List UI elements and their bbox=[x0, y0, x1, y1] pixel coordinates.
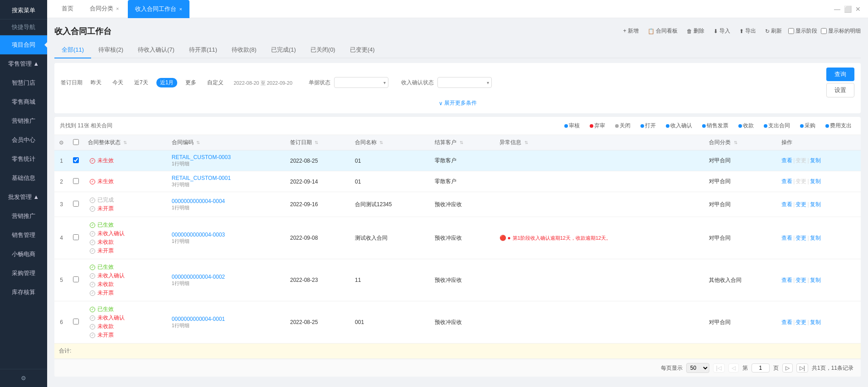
new-button[interactable]: + 新增 bbox=[621, 25, 641, 37]
sidebar-item-member[interactable]: 会员中心 bbox=[0, 131, 47, 150]
tab-income-contract[interactable]: 收入合同工作台× bbox=[128, 0, 189, 18]
row-checkbox[interactable] bbox=[68, 217, 83, 259]
sidebar-search[interactable]: 搜索菜单 bbox=[0, 0, 47, 19]
sidebar-item-smart-store[interactable]: 智慧门店 bbox=[0, 73, 47, 92]
action-btn-expenditure[interactable]: 支出合同 bbox=[760, 121, 794, 131]
last-page-btn[interactable]: ▷| bbox=[796, 363, 808, 372]
op-btn-复制[interactable]: 复制 bbox=[810, 201, 821, 208]
status-tab-all[interactable]: 全部(11) bbox=[54, 42, 91, 58]
op-btn-复制[interactable]: 复制 bbox=[810, 235, 821, 241]
refresh-button[interactable]: ↻ 刷新 bbox=[762, 25, 785, 37]
page-number-input[interactable] bbox=[752, 363, 770, 372]
status-tab-pending-invoice[interactable]: 待开票(11) bbox=[182, 42, 224, 58]
table-row[interactable]: 1✓未生效RETAIL_CUSTOM-00031行明细2022-08-2501零… bbox=[54, 150, 861, 171]
sidebar-item-inventory[interactable]: 库存核算 bbox=[0, 283, 47, 302]
sidebar-item-sales-mgmt[interactable]: 销售管理 bbox=[0, 226, 47, 245]
op-btn-变更[interactable]: 变更 bbox=[795, 319, 806, 325]
contract-board-button[interactable]: 📋 合同看板 bbox=[645, 25, 680, 37]
sidebar-item-xiaochang[interactable]: 小畅电商 bbox=[0, 245, 47, 264]
row-checkbox[interactable] bbox=[68, 171, 83, 192]
action-btn-income-confirm[interactable]: 收入确认 bbox=[662, 121, 696, 131]
doc-status-select[interactable] bbox=[334, 77, 388, 88]
tab-contract-cat[interactable]: 合同分类× bbox=[82, 0, 126, 18]
status-tab-changed[interactable]: 已变更(4) bbox=[343, 42, 382, 58]
table-row[interactable]: 3✓已完成✓未开票0000000000004-00041行明细2022-09-1… bbox=[54, 192, 861, 217]
income-confirm-select[interactable] bbox=[437, 77, 492, 88]
sidebar-item-retail-mgmt[interactable]: 零售管理 ▲ bbox=[0, 54, 47, 73]
first-page-btn[interactable]: |◁ bbox=[713, 363, 725, 372]
custom-btn[interactable]: 自定义 bbox=[204, 78, 226, 87]
op-btn-查看[interactable]: 查看 bbox=[781, 319, 792, 325]
table-row[interactable]: 2✓未生效RETAIL_CUSTOM-00013行明细2022-09-1401零… bbox=[54, 171, 861, 192]
op-btn-变更[interactable]: 变更 bbox=[795, 201, 806, 208]
sidebar-item-project[interactable]: 项目合同 bbox=[0, 35, 47, 54]
show-segment-checkbox[interactable]: 显示阶段 bbox=[788, 27, 817, 35]
last1month-btn[interactable]: 近1月 bbox=[156, 78, 178, 87]
action-btn-sales-invoice[interactable]: 销售发票 bbox=[698, 121, 732, 131]
sidebar-item-retail-mall[interactable]: 零售商城 bbox=[0, 92, 47, 111]
sidebar-item-sales-marketing[interactable]: 营销推广 bbox=[0, 207, 47, 226]
row-checkbox[interactable] bbox=[68, 192, 83, 217]
contract-code-link[interactable]: 0000000000004-0001 bbox=[172, 316, 225, 322]
next-page-btn[interactable]: ▷ bbox=[782, 363, 793, 372]
sidebar-item-base-info[interactable]: 基础信息 bbox=[0, 169, 47, 188]
today-btn[interactable]: 今天 bbox=[110, 78, 126, 87]
op-btn-查看[interactable]: 查看 bbox=[781, 178, 792, 184]
maximize-btn[interactable]: ⬜ bbox=[844, 5, 852, 13]
sidebar-item-retail-stats[interactable]: 零售统计 bbox=[0, 150, 47, 169]
op-btn-复制[interactable]: 复制 bbox=[810, 319, 821, 325]
contract-code-link[interactable]: 0000000000004-0002 bbox=[172, 274, 225, 280]
action-btn-expense[interactable]: 费用支出 bbox=[822, 121, 855, 131]
op-btn-变更[interactable]: 变更 bbox=[795, 277, 806, 283]
export-button[interactable]: ⬆ 导出 bbox=[737, 25, 759, 37]
sidebar-item-purchase[interactable]: 采购管理 bbox=[0, 264, 47, 283]
op-btn-查看[interactable]: 查看 bbox=[781, 201, 792, 208]
contract-code-link[interactable]: RETAIL_CUSTOM-0001 bbox=[172, 175, 231, 181]
select-all-checkbox[interactable] bbox=[73, 139, 79, 145]
op-btn-复制[interactable]: 复制 bbox=[810, 157, 821, 164]
action-btn-review[interactable]: 审核 bbox=[561, 121, 583, 131]
row-checkbox[interactable] bbox=[68, 150, 83, 171]
status-tab-pending-receipt[interactable]: 待收款(8) bbox=[224, 42, 264, 58]
op-btn-复制[interactable]: 复制 bbox=[810, 277, 821, 283]
contract-code-link[interactable]: 0000000000004-0003 bbox=[172, 232, 225, 238]
expand-conditions-btn[interactable]: ∨ 展开更多条件 bbox=[61, 97, 854, 109]
sidebar-settings[interactable]: ⚙ bbox=[0, 369, 47, 387]
page-size-select[interactable]: 102050100 bbox=[686, 363, 709, 373]
row-checkbox[interactable] bbox=[68, 301, 83, 343]
action-btn-abandon[interactable]: 弃审 bbox=[586, 121, 609, 131]
op-btn-变更[interactable]: 变更 bbox=[795, 235, 806, 241]
prev-page-btn[interactable]: ◁ bbox=[728, 363, 739, 372]
action-btn-receipt[interactable]: 收款 bbox=[735, 121, 757, 131]
op-btn-查看[interactable]: 查看 bbox=[781, 277, 792, 283]
status-tab-pending-confirm[interactable]: 待收入确认(7) bbox=[131, 42, 182, 58]
query-button[interactable]: 查询 bbox=[826, 68, 854, 81]
status-tab-closed[interactable]: 已关闭(0) bbox=[303, 42, 343, 58]
op-btn-查看[interactable]: 查看 bbox=[781, 235, 792, 241]
import-button[interactable]: ⬇ 导入 bbox=[711, 25, 733, 37]
op-btn-复制[interactable]: 复制 bbox=[810, 178, 821, 184]
delete-button[interactable]: 🗑 删除 bbox=[684, 25, 707, 37]
tab-home[interactable]: 首页 bbox=[54, 0, 81, 18]
table-row[interactable]: 6✓已生效✓未收入确认✓未收款✓未开票0000000000004-00011行明… bbox=[54, 301, 861, 343]
sidebar-item-marketing[interactable]: 营销推广 bbox=[0, 111, 47, 131]
more-btn[interactable]: 更多 bbox=[183, 78, 199, 87]
row-checkbox[interactable] bbox=[68, 259, 83, 301]
table-row[interactable]: 5✓已生效✓未收入确认✓未收款✓未开票0000000000004-00021行明… bbox=[54, 259, 861, 301]
op-btn-查看[interactable]: 查看 bbox=[781, 157, 792, 164]
table-row[interactable]: 4✓已生效✓未收入确认✓未收款✓未开票0000000000004-00031行明… bbox=[54, 217, 861, 259]
yesterday-btn[interactable]: 昨天 bbox=[88, 78, 104, 87]
action-btn-purchase[interactable]: 采购 bbox=[796, 121, 819, 131]
status-tab-completed[interactable]: 已完成(1) bbox=[264, 42, 303, 58]
status-tab-pending-review[interactable]: 待审核(2) bbox=[91, 42, 131, 58]
minimize-btn[interactable]: — bbox=[834, 5, 840, 13]
show-detail-checkbox[interactable]: 显示标的明细 bbox=[821, 27, 861, 35]
last7-btn[interactable]: 近7天 bbox=[131, 78, 151, 87]
sidebar-item-wholesale-mgmt[interactable]: 批发管理 ▲ bbox=[0, 188, 47, 207]
action-btn-open[interactable]: 打开 bbox=[637, 121, 659, 131]
contract-code-link[interactable]: 0000000000004-0004 bbox=[172, 198, 225, 204]
close-btn[interactable]: ✕ bbox=[855, 5, 861, 13]
table-scroll[interactable]: ⚙ 合同整体状态 ⇅ 合同编码 ⇅ 签订日期 ⇅ 合同名称 ⇅ 结算客户 ⇅ 异… bbox=[54, 135, 861, 359]
tab-close-contract-cat[interactable]: × bbox=[116, 6, 119, 11]
action-btn-close[interactable]: 关闭 bbox=[611, 121, 634, 131]
